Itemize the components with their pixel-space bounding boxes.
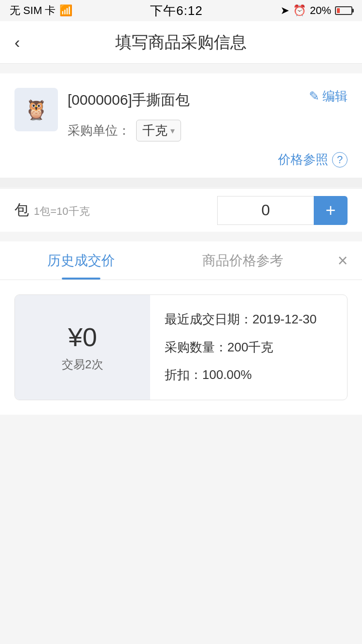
product-thumbnail: 🦉: [14, 88, 58, 131]
product-unit-row: 采购单位： 千克 ▾: [68, 120, 190, 141]
transaction-date: 最近成交日期：2019-12-30: [165, 309, 333, 330]
transaction-date-label: 最近成交日期：: [165, 312, 252, 326]
location-icon: ➤: [280, 4, 289, 17]
price-ref-row: 价格参照 ?: [14, 151, 348, 168]
panel-content: ¥0 交易2次 最近成交日期：2019-12-30 采购数量：200千克 折扣：…: [0, 280, 362, 415]
transaction-date-value: 2019-12-30: [252, 312, 317, 326]
product-info: [0000006]手撕面包 采购单位： 千克 ▾: [68, 88, 190, 141]
battery-percent: 20%: [310, 4, 331, 17]
sim-label: 无 SIM 卡: [10, 3, 56, 18]
transaction-qty: 采购数量：200千克: [165, 337, 333, 358]
quantity-section: 包 1包=10千克 +: [0, 188, 362, 232]
unit-select[interactable]: 千克 ▾: [136, 120, 181, 141]
alarm-icon: ⏰: [293, 4, 306, 17]
product-left: 🦉 [0000006]手撕面包 采购单位： 千克 ▾: [14, 88, 190, 141]
tab-underline: [62, 278, 100, 280]
transaction-qty-label: 采购数量：: [165, 340, 227, 354]
transaction-discount-value: 100.00%: [202, 367, 252, 382]
product-top-row: 🦉 [0000006]手撕面包 采购单位： 千克 ▾ ✎ 编辑: [14, 88, 348, 141]
transaction-qty-value: 200千克: [227, 340, 273, 354]
transaction-card: ¥0 交易2次 最近成交日期：2019-12-30 采购数量：200千克 折扣：…: [14, 294, 348, 400]
tab-price-reference-label: 商品价格参考: [202, 252, 283, 270]
transaction-price: ¥0: [68, 322, 97, 352]
price-ref-button[interactable]: 价格参照: [278, 151, 328, 168]
edit-icon: ✎: [309, 89, 320, 104]
help-icon[interactable]: ?: [332, 152, 348, 168]
product-owl-icon: 🦉: [24, 98, 48, 121]
transaction-discount-label: 折扣：: [165, 367, 202, 382]
quantity-unit-eq: 1包=10千克: [34, 204, 90, 219]
unit-label: 采购单位：: [68, 122, 130, 139]
product-card: 🦉 [0000006]手撕面包 采购单位： 千克 ▾ ✎ 编辑 价格参照 ?: [0, 73, 362, 178]
status-bar: 无 SIM 卡 📶 下午6:12 ➤ ⏰ 20%: [0, 0, 362, 21]
panel-tabs: 历史成交价 商品价格参考 ×: [0, 241, 362, 280]
tab-history-price-label: 历史成交价: [47, 252, 115, 270]
battery-fill: [337, 8, 340, 13]
tab-price-reference[interactable]: 商品价格参考: [162, 241, 323, 280]
quantity-plus-button[interactable]: +: [314, 196, 348, 225]
page-title: 填写商品采购信息: [115, 31, 247, 54]
back-button[interactable]: ‹: [14, 33, 20, 52]
quantity-label-group: 包 1包=10千克: [14, 200, 90, 220]
panel-close-button[interactable]: ×: [323, 241, 362, 280]
quantity-input[interactable]: [217, 196, 314, 225]
wifi-icon: 📶: [59, 4, 72, 17]
transaction-discount: 折扣：100.00%: [165, 365, 333, 385]
quantity-controls: +: [217, 196, 348, 225]
transaction-count: 交易2次: [62, 357, 103, 372]
edit-button[interactable]: ✎ 编辑: [309, 88, 348, 105]
battery-icon: [335, 6, 352, 15]
product-name: [0000006]手撕面包: [68, 90, 190, 110]
unit-value: 千克: [142, 122, 167, 139]
status-right: ➤ ⏰ 20%: [280, 4, 352, 17]
unit-chevron-icon: ▾: [170, 126, 175, 136]
section-divider-1: [0, 178, 362, 187]
tab-history-price[interactable]: 历史成交价: [0, 241, 162, 280]
header: ‹ 填写商品采购信息: [0, 21, 362, 64]
quantity-unit-char: 包: [14, 200, 29, 220]
transaction-left: ¥0 交易2次: [15, 295, 150, 400]
price-panel: 历史成交价 商品价格参考 × ¥0 交易2次 最近成交日期：2019-12-30…: [0, 241, 362, 415]
transaction-right: 最近成交日期：2019-12-30 采购数量：200千克 折扣：100.00%: [150, 295, 347, 400]
edit-label: 编辑: [322, 88, 348, 105]
status-left: 无 SIM 卡 📶: [10, 3, 72, 18]
status-time: 下午6:12: [150, 2, 203, 19]
